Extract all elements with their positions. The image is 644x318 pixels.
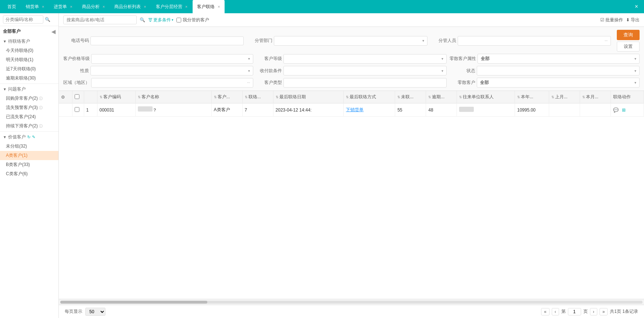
- filter-icon: [148, 18, 153, 22]
- col-this-year-sort[interactable]: ⇅: [517, 95, 520, 99]
- nav-tab-analysis-list[interactable]: 商品分析列表 ×: [110, 0, 150, 13]
- nav-tab-analysis-close[interactable]: ×: [103, 4, 105, 9]
- my-customers-label[interactable]: 我分管的客户: [176, 17, 209, 23]
- retail-attr-select[interactable]: 全部 ▾: [477, 54, 640, 64]
- sidebar-group-value[interactable]: ▼ 价值客户 ↻ ✎: [0, 132, 58, 142]
- sidebar-item-c-class[interactable]: C类客户(6): [0, 169, 58, 179]
- filter-field-retail-attr: 零散客户属性 全部 ▾: [450, 54, 640, 64]
- nav-tab-sales[interactable]: 销货单 ×: [21, 0, 49, 13]
- col-this-month-sort[interactable]: ⇅: [582, 95, 585, 99]
- col-contact-sort[interactable]: ⇅: [245, 95, 248, 99]
- select-all-checkbox[interactable]: [75, 94, 79, 99]
- sidebar-collapse-btn[interactable]: ◀: [51, 29, 56, 35]
- retail-customer-select[interactable]: 全部 ▾: [477, 78, 640, 88]
- filter-field-nature: 性质 ▾: [63, 66, 253, 75]
- scrollbar-thumb[interactable]: [60, 301, 207, 304]
- batch-op-checkbox-icon: ☑: [600, 17, 604, 22]
- sidebar-search-icon[interactable]: 🔍: [45, 17, 50, 22]
- col-gear: ⚙: [59, 91, 72, 103]
- query-button[interactable]: 查询: [617, 30, 640, 40]
- scrollbar-track[interactable]: [60, 301, 643, 304]
- page-label: 第: [561, 308, 566, 315]
- col-last-month-sort[interactable]: ⇅: [551, 95, 554, 99]
- sidebar-search-input[interactable]: [3, 15, 43, 24]
- col-level-sort[interactable]: ⇅: [214, 95, 217, 99]
- retail-attr-chevron: ▾: [634, 57, 636, 61]
- nav-tab-sales-close[interactable]: ×: [42, 4, 44, 9]
- row-level: A类客户: [211, 103, 242, 117]
- row-last-method: 下销货单: [344, 103, 395, 117]
- sidebar-item-lost[interactable]: 已流失客户(24): [0, 112, 58, 121]
- nav-tab-purchase-close[interactable]: ×: [70, 4, 72, 9]
- col-no-contact-sort[interactable]: ⇅: [397, 95, 400, 99]
- table-container: ⚙ ⇅客户编码 ⇅客户名称 ⇅客户...: [59, 91, 644, 299]
- row-contact: 7: [242, 103, 273, 117]
- sidebar-item-warning[interactable]: 流失预警客户(3) ⓘ: [0, 103, 58, 112]
- nav-tab-customer-ops-close[interactable]: ×: [185, 4, 187, 9]
- value-edit-icon[interactable]: ✎: [32, 135, 35, 139]
- col-contact2-sort[interactable]: ⇅: [459, 95, 462, 99]
- table-gear-icon[interactable]: ⚙: [61, 95, 65, 100]
- action-message-icon[interactable]: 💬: [613, 107, 619, 113]
- cust-level-select[interactable]: ▾: [283, 54, 446, 64]
- search-icon[interactable]: 🔍: [140, 17, 145, 22]
- sidebar-item-declining[interactable]: 持续下滑客户(2) ⓘ: [0, 121, 58, 131]
- batch-op-btn[interactable]: ☑ 批量操作: [600, 17, 623, 23]
- col-code-sort[interactable]: ⇅: [100, 95, 103, 99]
- sidebar-item-today[interactable]: 今天待联络(0): [0, 46, 58, 55]
- pay-select[interactable]: ▾: [283, 66, 446, 75]
- col-index-header: [84, 91, 97, 103]
- cust-type-select[interactable]: [283, 78, 446, 88]
- col-last-method-sort[interactable]: ⇅: [346, 95, 349, 99]
- sidebar-item-a-class[interactable]: A类客户(1): [0, 151, 58, 160]
- sidebar-all-customers-label: 全部客户: [3, 28, 21, 35]
- sidebar-all-customers[interactable]: 全部客户 ◀: [0, 26, 58, 37]
- sidebar-group-problem[interactable]: ▼ 问题客户: [0, 85, 58, 94]
- nav-tab-home[interactable]: 首页: [3, 0, 21, 13]
- export-btn[interactable]: ⬇ 导出: [626, 17, 640, 23]
- region-select[interactable]: ···: [91, 78, 253, 88]
- sidebar-item-overdue[interactable]: 逾期未联络(30): [0, 74, 58, 83]
- price-level-select[interactable]: ▾: [91, 54, 253, 64]
- col-code-header: ⇅客户编码: [97, 91, 136, 103]
- nav-tab-analysis[interactable]: 商品分析 ×: [78, 0, 109, 13]
- sidebar-item-abnormal[interactable]: 回购异常客户(2) ⓘ: [0, 94, 58, 103]
- nature-select[interactable]: ▾: [90, 66, 253, 75]
- filter-bar: 🔍 更多条件 ▾ 我分管的客户 ☑ 批量操作 ⬇ 导出: [59, 13, 644, 27]
- prev-page-btn[interactable]: ‹: [552, 308, 559, 315]
- nav-tab-customer-contact-close[interactable]: ×: [218, 4, 220, 9]
- my-customers-checkbox[interactable]: [176, 18, 181, 22]
- col-name-sort[interactable]: ⇅: [138, 95, 141, 99]
- last-method-link[interactable]: 下销货单: [346, 107, 364, 112]
- setting-button[interactable]: 设置: [617, 42, 640, 52]
- status-select[interactable]: ▾: [477, 66, 640, 75]
- col-overdue-sort[interactable]: ⇅: [428, 95, 431, 99]
- nav-tab-analysis-label: 商品分析: [82, 4, 100, 10]
- sidebar-item-7days[interactable]: 近7天待联络(0): [0, 64, 58, 74]
- action-qr-icon[interactable]: ⊞: [622, 107, 626, 113]
- manager-select[interactable]: ···: [458, 36, 611, 46]
- phone-input[interactable]: [90, 36, 244, 45]
- next-page-btn[interactable]: ›: [590, 308, 597, 315]
- nav-tab-customer-contact[interactable]: 客户联络 ×: [193, 0, 224, 13]
- page-number-input[interactable]: [568, 308, 581, 315]
- nav-tab-purchase[interactable]: 进货单 ×: [49, 0, 76, 13]
- sidebar-group-pending[interactable]: ▼ 待联络客户: [0, 37, 58, 46]
- col-last-date-sort[interactable]: ⇅: [276, 95, 279, 99]
- last-page-btn[interactable]: »: [600, 308, 608, 315]
- row-checkbox-input[interactable]: [75, 107, 79, 112]
- nav-tab-analysis-list-close[interactable]: ×: [144, 4, 146, 9]
- sidebar-item-tomorrow[interactable]: 明天待联络(1): [0, 55, 58, 64]
- row-name: ？: [136, 103, 211, 117]
- sidebar-item-ungroup[interactable]: 未分组(32): [0, 142, 58, 151]
- nav-tab-customer-ops[interactable]: 客户分层经营 ×: [151, 0, 192, 13]
- value-refresh-icon[interactable]: ↻: [27, 135, 31, 139]
- close-all-btn[interactable]: ×: [632, 3, 641, 10]
- more-conditions-btn[interactable]: 更多条件 ▾: [148, 17, 173, 23]
- page-size-select[interactable]: 50 100 200: [85, 308, 105, 316]
- search-input[interactable]: [63, 15, 137, 24]
- col-last-method-header: ⇅最后联络方式: [344, 91, 395, 103]
- sidebar-item-b-class[interactable]: B类客户(33): [0, 160, 58, 169]
- first-page-btn[interactable]: «: [541, 308, 550, 315]
- dept-select[interactable]: ▾: [274, 36, 427, 46]
